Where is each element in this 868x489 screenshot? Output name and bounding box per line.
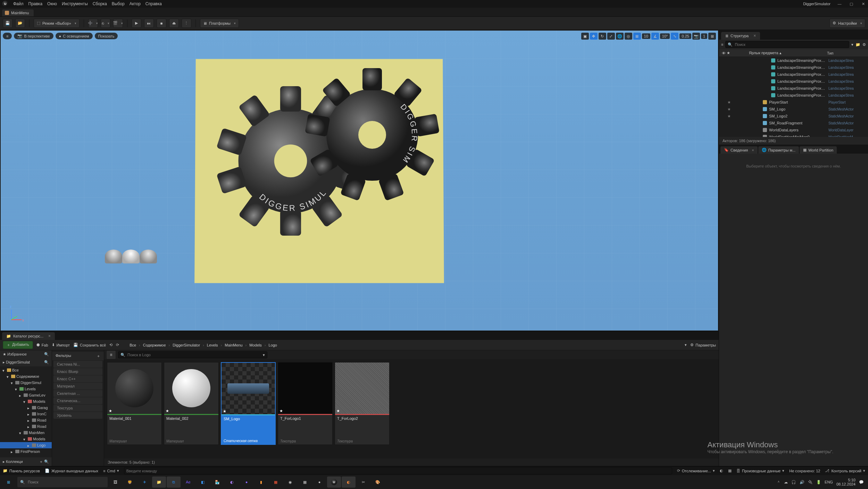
breadcrumb-item[interactable]: MainMenu — [225, 343, 242, 347]
folder-tree-item[interactable]: ▾ MainMen — [0, 430, 52, 436]
tray-headset-icon[interactable]: 🎧 — [791, 480, 796, 484]
expand-icon[interactable]: ▾ — [19, 431, 23, 434]
platforms-dropdown[interactable]: 🖥 Платформы — [200, 19, 239, 28]
viewport-lit-dropdown[interactable]: ●С освещением — [56, 33, 93, 39]
expand-icon[interactable]: ▸ — [27, 425, 31, 428]
taskbar-app[interactable]: ◐ — [225, 476, 239, 488]
expand-icon[interactable]: ▾ — [7, 375, 10, 378]
filter-item[interactable]: Материал — [53, 383, 102, 390]
content-browser-tab[interactable]: 📁 Каталог ресурс... × — [2, 332, 55, 340]
outliner-col-type[interactable]: Тип — [827, 51, 865, 55]
asset-search-input[interactable] — [127, 353, 261, 357]
gizmo-translate-button[interactable]: ✥ — [590, 33, 598, 40]
folder-tree-item[interactable]: ▸ GameLev — [0, 392, 52, 398]
outliner-search-input[interactable] — [735, 42, 847, 47]
close-icon[interactable]: × — [752, 148, 754, 152]
menu-edit[interactable]: Правка — [28, 1, 43, 6]
tray-language[interactable]: ENG — [825, 480, 833, 484]
source-control-status[interactable]: ⎇ Контроль версий ▾ — [825, 468, 865, 473]
breadcrumb-item[interactable]: Levels — [207, 343, 218, 347]
taskbar-blender[interactable]: ◐ — [342, 476, 356, 488]
taskbar-app[interactable]: ◧ — [196, 476, 210, 488]
tray-battery-icon[interactable]: 🔋 — [816, 480, 821, 484]
outliner-row[interactable]: LandscapeStreamingProxy_15_0_ LandscapeS… — [719, 64, 868, 71]
eye-icon[interactable]: 👁 — [722, 51, 727, 55]
viewport-show-dropdown[interactable]: Показать — [95, 33, 118, 39]
breadcrumb-item[interactable]: Models — [249, 343, 261, 347]
gizmo-scale-button[interactable]: ⤢ — [607, 33, 615, 40]
taskbar-app[interactable]: ✈ — [137, 476, 151, 488]
tray-cloud-icon[interactable]: ☁ — [784, 480, 788, 484]
derived-data-status[interactable]: 🗄 Производные данные ▾ — [736, 468, 784, 473]
taskbar-app[interactable]: ▦ — [298, 476, 312, 488]
folder-tree-item[interactable]: ▸ Logo — [0, 442, 52, 448]
taskbar-app[interactable]: 🖼 — [108, 476, 122, 488]
gear-icon[interactable]: ⚙ — [862, 42, 866, 47]
world-partition-tab[interactable]: ▦World Partition — [800, 146, 837, 154]
outliner-row[interactable]: LandscapeStreamingProxy_15_-1_ Landscape… — [719, 57, 868, 64]
folder-icon[interactable]: 📁 — [856, 42, 860, 47]
menu-select[interactable]: Выбор — [112, 1, 125, 6]
asset-tile[interactable]: ★ Material_002 Материал — [164, 362, 219, 445]
breadcrumb-item[interactable]: Все — [130, 343, 136, 347]
expand-icon[interactable]: ▾ — [11, 381, 14, 384]
expand-icon[interactable]: ▸ — [11, 450, 14, 453]
surface-snap-toggle[interactable]: ◎ — [625, 33, 632, 40]
search-icon[interactable]: 🔍 — [44, 352, 49, 357]
outliner-tab[interactable]: ≣ Структура × — [721, 32, 760, 40]
tray-chevron-up[interactable]: ＾ — [777, 480, 781, 485]
expand-icon[interactable]: ▾ — [15, 387, 18, 391]
add-content-dropdown[interactable]: ➕ — [88, 19, 98, 28]
status-icon-2[interactable]: ▦ — [728, 468, 732, 473]
filter-item[interactable]: Класс Bluep — [53, 368, 102, 375]
details-tab[interactable]: 🔖Сведения× — [720, 146, 758, 154]
outliner-row[interactable]: LandscapeStreamingProxy_15_3_ LandscapeS… — [719, 85, 868, 92]
folder-tree-item[interactable]: ▾ DiggerSimul — [0, 380, 52, 386]
taskbar-app[interactable]: ● — [240, 476, 253, 488]
outliner-list[interactable]: LandscapeStreamingProxy_15_-1_ Landscape… — [719, 57, 868, 137]
folder-tree-item[interactable]: ▾ Models — [0, 436, 52, 442]
folder-tree-item[interactable]: ▾ Models — [0, 398, 52, 405]
status-icon-1[interactable]: ◐ — [720, 468, 723, 473]
menu-file[interactable]: Файл — [13, 1, 24, 6]
content-settings-button[interactable]: ⚙Параметры — [690, 343, 716, 347]
breadcrumb-folder-dropdown[interactable]: ▾ — [685, 343, 687, 347]
level-viewport[interactable]: DIGGER SIMULATOR — [1, 31, 718, 331]
pin-toggle[interactable]: ★ — [727, 100, 732, 105]
outliner-row[interactable]: LandscapeStreamingProxy_15_2_ LandscapeS… — [719, 78, 868, 85]
unsaved-status[interactable]: Не сохранено: 12 — [789, 469, 820, 473]
gizmo-select-button[interactable]: ▣ — [581, 33, 589, 40]
folder-tree-item[interactable]: ▸ Road — [0, 423, 52, 430]
asset-tile[interactable]: ★ T_ForLogo2 Текстура — [335, 362, 390, 445]
expand-icon[interactable]: ▸ — [27, 418, 31, 422]
pin-toggle[interactable]: ★ — [727, 107, 732, 112]
content-fab-button[interactable]: ⬢Fab — [36, 343, 48, 347]
asset-tile[interactable]: ★ Material_001 Материал — [107, 362, 162, 445]
taskbar-app[interactable]: Ae — [181, 476, 195, 488]
breadcrumb-item[interactable]: Содержимое — [143, 343, 166, 347]
gizmo-rotate-button[interactable]: ↻ — [599, 33, 606, 40]
taskbar-app[interactable]: 📁 — [152, 476, 166, 488]
folder-tree-item[interactable]: ▾ Содержимое — [0, 373, 52, 380]
content-drawer-button[interactable]: 📁Панель ресурсов — [3, 468, 40, 473]
breadcrumb-item[interactable]: DiggerSimulator — [173, 343, 200, 347]
output-log-button[interactable]: 📄Журнал выходных данных — [45, 468, 98, 473]
play-button[interactable]: ▶ — [132, 19, 141, 28]
eject-button[interactable]: ⏏ — [169, 19, 179, 28]
grid-snap-value[interactable]: 10 — [642, 33, 650, 39]
folder-tree-item[interactable]: ▸ Road — [0, 417, 52, 423]
window-maximize-button[interactable]: ▢ — [849, 2, 854, 6]
folder-tree-item[interactable]: ▸ FirstPerson — [0, 448, 52, 455]
scale-snap-toggle[interactable]: ⤡ — [671, 33, 678, 40]
taskbar-app[interactable]: ✂ — [356, 476, 370, 488]
add-icon[interactable]: ＋ — [97, 353, 100, 359]
outliner-col-label[interactable]: Ярлык предмета ▴ — [732, 51, 827, 55]
taskbar-app[interactable]: ⧉ — [167, 476, 181, 488]
expand-icon[interactable]: ▾ — [23, 437, 27, 441]
taskbar-app[interactable]: 🎨 — [371, 476, 385, 488]
angle-snap-value[interactable]: 10° — [660, 33, 670, 39]
play-options-button[interactable]: ⋮ — [182, 19, 191, 28]
taskbar-app[interactable]: ▮ — [254, 476, 268, 488]
skip-button[interactable]: ⏭ — [144, 19, 154, 28]
level-tab-mainmenu[interactable]: MainMenu — [2, 9, 34, 16]
